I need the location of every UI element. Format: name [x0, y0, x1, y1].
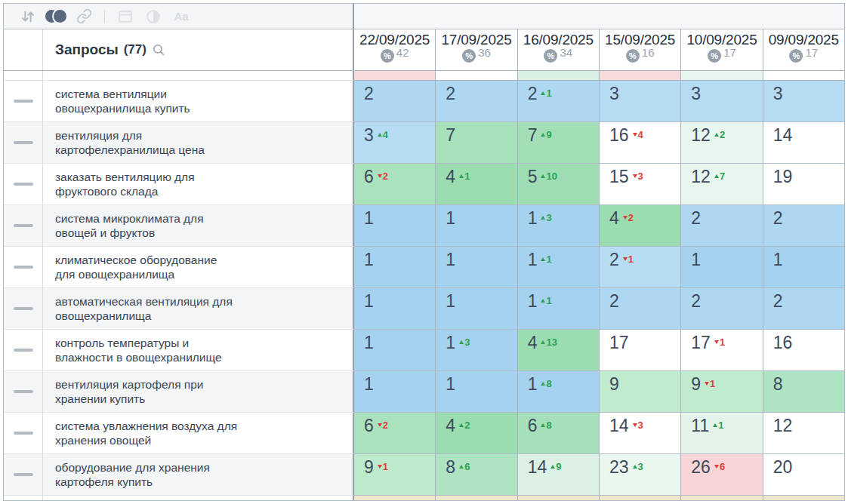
position-change: 1	[623, 254, 634, 265]
position-cell[interactable]: 13	[435, 330, 517, 371]
position-cell[interactable]: 18	[517, 371, 599, 413]
compare-circles-icon[interactable]	[45, 7, 66, 26]
position-cell[interactable]: 21	[599, 247, 680, 288]
position-cell[interactable]: 510	[517, 164, 599, 205]
position-cell[interactable]: 1	[435, 288, 517, 330]
position-cell[interactable]: 2	[763, 205, 844, 247]
position-cell[interactable]: 233	[599, 454, 680, 496]
row-drag-handle[interactable]	[4, 413, 43, 453]
position-cell[interactable]: 68	[517, 413, 599, 454]
position-cell[interactable]: 2	[763, 288, 844, 330]
position-cell[interactable]: 2	[599, 288, 680, 330]
keyword-label[interactable]: система увлажнения воздуха для хранения …	[43, 413, 353, 453]
position-cell[interactable]: 34	[354, 122, 435, 164]
keyword-label[interactable]: оборудование для хранения картофеля купи…	[43, 454, 353, 495]
position-cell[interactable]: 1	[435, 371, 517, 413]
position-cell[interactable]: 153	[599, 164, 680, 205]
position-cell[interactable]: 14	[763, 122, 844, 164]
position-cell[interactable]: 3	[599, 81, 680, 122]
position-cell[interactable]: 1	[435, 247, 517, 288]
position-cell[interactable]: 20	[763, 454, 844, 496]
date-column-header[interactable]: 10/09/2025 % 17	[680, 29, 762, 70]
position-value: 1	[446, 291, 455, 311]
position-cell[interactable]: 266	[680, 454, 762, 496]
partial-row-cell	[517, 496, 599, 500]
position-cell[interactable]: 7	[435, 122, 517, 164]
position-value: 1	[446, 333, 455, 352]
keyword-label[interactable]: заказать вентиляцию для фруктового склад…	[43, 164, 353, 204]
position-cell[interactable]: 127	[680, 164, 762, 205]
sort-icon[interactable]	[17, 7, 39, 26]
position-cell[interactable]: 149	[517, 454, 599, 496]
position-cell[interactable]: 164	[599, 122, 680, 164]
position-cell[interactable]: 2	[680, 205, 762, 247]
position-cell[interactable]: 42	[599, 205, 680, 247]
position-cell[interactable]: 143	[599, 413, 680, 454]
position-cell[interactable]: 413	[517, 330, 599, 371]
position-cell[interactable]: 1	[354, 205, 435, 247]
position-cell[interactable]: 79	[517, 122, 599, 164]
position-cell[interactable]: 91	[354, 454, 435, 496]
position-cell[interactable]: 42	[435, 413, 517, 454]
row-drag-handle[interactable]	[4, 288, 43, 329]
position-cell[interactable]: 2	[435, 81, 517, 122]
keyword-label[interactable]: климатическое оборудование для овощехран…	[43, 247, 353, 287]
position-cell[interactable]: 122	[680, 122, 762, 164]
position-cell[interactable]: 171	[680, 330, 762, 371]
position-cell[interactable]: 17	[599, 330, 680, 371]
position-cell[interactable]: 9	[599, 371, 680, 413]
queries-column-header[interactable]: Запросы (77)	[43, 29, 353, 70]
date-column-header[interactable]: 15/09/2025 % 16	[599, 29, 680, 70]
position-cell[interactable]: 21	[517, 81, 599, 122]
position-cell[interactable]: 13	[517, 205, 599, 247]
position-change: 1	[378, 461, 388, 472]
position-cell[interactable]: 3	[680, 81, 762, 122]
position-cell[interactable]: 11	[517, 247, 599, 288]
position-cell[interactable]: 111	[680, 413, 762, 454]
row-drag-handle[interactable]	[4, 371, 43, 412]
position-cell[interactable]: 12	[763, 413, 844, 454]
row-drag-handle[interactable]	[4, 247, 43, 287]
position-cell[interactable]: 62	[354, 413, 435, 454]
position-cell[interactable]: 1	[763, 247, 844, 288]
row-drag-handle[interactable]	[4, 122, 43, 163]
position-cell[interactable]: 1	[435, 205, 517, 247]
position-value: 19	[773, 167, 793, 186]
keyword-label[interactable]: система микроклимата для овощей и фрукто…	[43, 205, 353, 246]
position-cell[interactable]: 1	[354, 247, 435, 288]
position-cells: 1 1 11 21 1 1	[354, 247, 844, 288]
keyword-label[interactable]: вентиляция для картофелехранилища цена	[43, 122, 353, 163]
position-cell[interactable]: 41	[435, 164, 517, 205]
keyword-label[interactable]: контроль температуры и влажности в овоще…	[43, 330, 353, 370]
position-cell[interactable]: 1	[354, 330, 435, 371]
position-cell[interactable]: 1	[354, 288, 435, 330]
position-cell[interactable]: 91	[680, 371, 762, 413]
link-icon[interactable]	[73, 7, 94, 26]
position-cell[interactable]: 19	[763, 164, 844, 205]
keyword-label[interactable]: вентиляция картофеля при хранении купить	[43, 371, 353, 412]
date-column-header[interactable]: 22/09/2025 % 42	[354, 29, 435, 70]
search-icon[interactable]	[152, 43, 166, 57]
date-column-header[interactable]: 17/09/2025 % 36	[435, 29, 517, 70]
keyword-label[interactable]: система вентиляции овощехранилища купить	[43, 81, 353, 121]
position-cell[interactable]: 1	[680, 247, 762, 288]
position-cell[interactable]: 8	[763, 371, 844, 413]
position-cell[interactable]: 2	[354, 81, 435, 122]
row-drag-handle[interactable]	[4, 205, 43, 246]
date-column-header[interactable]: 16/09/2025 % 34	[517, 29, 599, 70]
position-cell[interactable]: 2	[680, 288, 762, 330]
position-cell[interactable]: 3	[763, 81, 844, 122]
position-cell[interactable]: 1	[354, 371, 435, 413]
keyword-label[interactable]: автоматическая вентиляция для овощехрани…	[43, 288, 353, 329]
row-drag-handle[interactable]	[4, 330, 43, 370]
date-column-header[interactable]: 09/09/2025 % 17	[763, 29, 844, 70]
position-cell[interactable]: 16	[763, 330, 844, 371]
position-value: 1	[364, 374, 374, 394]
row-drag-handle[interactable]	[4, 454, 43, 495]
position-cell[interactable]: 11	[517, 288, 599, 330]
position-cell[interactable]: 62	[354, 164, 435, 205]
row-drag-handle[interactable]	[4, 81, 43, 121]
position-cell[interactable]: 86	[435, 454, 517, 496]
row-drag-handle[interactable]	[4, 164, 43, 204]
position-value: 14	[528, 457, 547, 477]
